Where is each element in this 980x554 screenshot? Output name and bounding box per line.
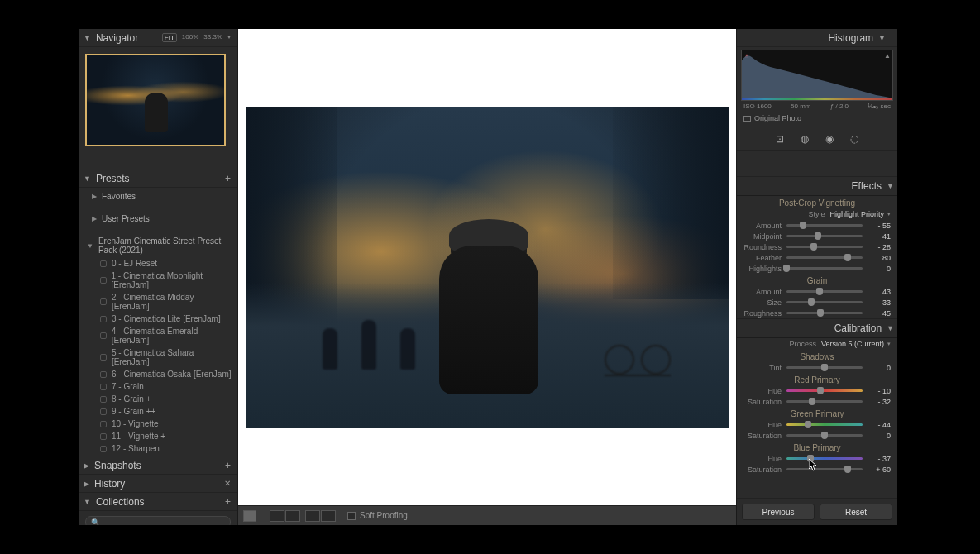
preset-item[interactable]: 12 - Sharpen: [79, 442, 237, 455]
calibration-header[interactable]: Calibration ▼: [737, 318, 897, 338]
preset-item[interactable]: 3 - Cinematica Lite [ErenJam]: [79, 313, 237, 325]
slider-thumb[interactable]: [805, 421, 811, 428]
navigator-header[interactable]: ▼ Navigator FIT 100% 33.3% ▾: [79, 29, 237, 47]
slider-grain-amount[interactable]: Amount43: [737, 286, 897, 297]
slider-thumb[interactable]: [809, 398, 815, 405]
slider-shadows-tint[interactable]: Tint0: [737, 362, 897, 373]
slider-track[interactable]: [786, 389, 863, 392]
zoom-fit[interactable]: FIT: [162, 33, 177, 42]
presets-header[interactable]: ▼ Presets +: [79, 170, 237, 188]
masking-tool-icon[interactable]: ◌: [848, 132, 861, 146]
add-snapshot-button[interactable]: +: [225, 460, 231, 471]
preset-item[interactable]: 2 - Cinematica Midday [ErenJam]: [79, 291, 237, 313]
slider-thumb[interactable]: [817, 309, 824, 317]
slider-thumb[interactable]: [844, 254, 851, 261]
slider-green-sat[interactable]: Saturation0: [737, 430, 897, 441]
slider-grain-roughness[interactable]: Roughness45: [737, 308, 897, 318]
effects-header[interactable]: Effects ▼: [737, 176, 897, 196]
preset-item[interactable]: 11 - Vignette +: [79, 430, 237, 442]
history-header[interactable]: ▶ History ✕: [79, 475, 237, 493]
center-toolbar: Soft Proofing: [238, 505, 736, 525]
slider-thumb[interactable]: [817, 387, 824, 394]
preset-item[interactable]: 10 - Vignette: [79, 418, 237, 430]
preset-item[interactable]: 7 - Grain: [79, 380, 237, 393]
preset-item[interactable]: 9 - Grain ++: [79, 405, 237, 418]
slider-track[interactable]: [786, 290, 863, 293]
slider-feather[interactable]: Feather80: [737, 252, 897, 263]
collections-header[interactable]: ▼ Collections +: [79, 493, 237, 511]
slider-track[interactable]: [786, 256, 863, 259]
slider-track[interactable]: [786, 235, 863, 237]
slider-thumb[interactable]: [816, 288, 823, 295]
slider-track[interactable]: [786, 312, 863, 314]
zoom-100[interactable]: 100%: [182, 33, 198, 42]
slider-roundness[interactable]: Roundness- 28: [737, 241, 897, 252]
slider-red-sat[interactable]: Saturation- 32: [737, 396, 897, 407]
slider-green-hue[interactable]: Hue- 44: [737, 419, 897, 430]
zoom-caret-icon[interactable]: ▾: [227, 33, 231, 42]
histogram-header[interactable]: Histogram ▼: [737, 29, 897, 47]
slider-track[interactable]: [786, 468, 863, 470]
slider-thumb[interactable]: [821, 364, 828, 371]
slider-blue-hue[interactable]: Hue- 37: [737, 453, 897, 464]
add-collection-button[interactable]: +: [225, 496, 231, 508]
crop-tool-icon[interactable]: ⊡: [773, 132, 786, 146]
preset-pack-folder[interactable]: ▼ ErenJam Cinematic Street Preset Pack (…: [79, 234, 237, 257]
zoom-33[interactable]: 33.3%: [203, 33, 222, 42]
preset-item[interactable]: 8 - Grain +: [79, 393, 237, 405]
slider-track[interactable]: [786, 267, 863, 270]
add-preset-button[interactable]: +: [225, 173, 231, 184]
preset-item[interactable]: 1 - Cinematica Moonlight [ErenJam]: [79, 270, 237, 291]
process-version-dropdown[interactable]: Process Version 5 (Current) ▾: [737, 338, 897, 350]
slider-track[interactable]: [786, 457, 863, 460]
slider-track[interactable]: [786, 423, 863, 426]
preset-icon: [100, 408, 107, 415]
presets-favorites[interactable]: ▶ Favorites: [79, 189, 237, 203]
slider-thumb[interactable]: [783, 265, 790, 272]
collections-search-input[interactable]: 🔍: [85, 516, 231, 525]
aperture-value: ƒ / 2.0: [830, 103, 849, 110]
slider-highlights[interactable]: Highlights0: [737, 263, 897, 274]
slider-grain-size[interactable]: Size33: [737, 297, 897, 308]
slider-blue-sat[interactable]: Saturation+ 60: [737, 464, 897, 475]
heal-tool-icon[interactable]: ◍: [798, 132, 811, 146]
slider-thumb[interactable]: [821, 432, 828, 439]
slider-track[interactable]: [786, 246, 863, 248]
slider-thumb[interactable]: [844, 466, 851, 473]
previous-button[interactable]: Previous: [742, 504, 815, 520]
before-after-mode[interactable]: [285, 510, 300, 522]
slider-amount[interactable]: Amount- 55: [737, 220, 897, 231]
loupe-view-button[interactable]: [243, 510, 256, 522]
slider-thumb[interactable]: [807, 455, 814, 462]
slider-thumb[interactable]: [800, 222, 806, 229]
slider-thumb[interactable]: [815, 232, 821, 240]
snapshots-header[interactable]: ▶ Snapshots +: [79, 456, 237, 475]
before-after-toggle[interactable]: [270, 510, 284, 522]
redeye-tool-icon[interactable]: ◉: [823, 132, 836, 146]
vignette-style-dropdown[interactable]: Style Highlight Priority ▾: [737, 208, 897, 220]
preset-item[interactable]: 6 - Cinematica Osaka [ErenJam]: [79, 368, 237, 380]
slider-track[interactable]: [786, 301, 863, 303]
preset-item[interactable]: 4 - Cinematica Emerald [ErenJam]: [79, 325, 237, 346]
navigator-preview[interactable]: [85, 54, 226, 146]
presets-userpresets[interactable]: ▶ User Presets: [79, 212, 237, 226]
slider-track[interactable]: [786, 434, 863, 437]
slider-track[interactable]: [786, 224, 863, 227]
slider-track[interactable]: [786, 400, 863, 403]
preset-item[interactable]: 0 - EJ Reset: [79, 257, 237, 270]
preset-item[interactable]: 5 - Cinematica Sahara [ErenJam]: [79, 346, 237, 368]
slider-midpoint[interactable]: Midpoint41: [737, 231, 897, 241]
reset-button[interactable]: Reset: [820, 504, 892, 520]
slider-thumb[interactable]: [810, 243, 817, 251]
original-photo-toggle[interactable]: Original Photo: [737, 112, 897, 125]
copy-before-after[interactable]: [321, 510, 336, 522]
histogram-display[interactable]: ▲ ▲: [741, 50, 893, 101]
slider-track[interactable]: [786, 366, 863, 369]
preset-icon: [100, 316, 107, 322]
slider-thumb[interactable]: [808, 298, 815, 306]
clear-history-button[interactable]: ✕: [224, 479, 231, 488]
slider-red-hue[interactable]: Hue- 10: [737, 385, 897, 396]
photo-canvas[interactable]: [238, 29, 736, 505]
soft-proofing-toggle[interactable]: Soft Proofing: [347, 511, 408, 520]
swap-before-after[interactable]: [305, 510, 320, 522]
